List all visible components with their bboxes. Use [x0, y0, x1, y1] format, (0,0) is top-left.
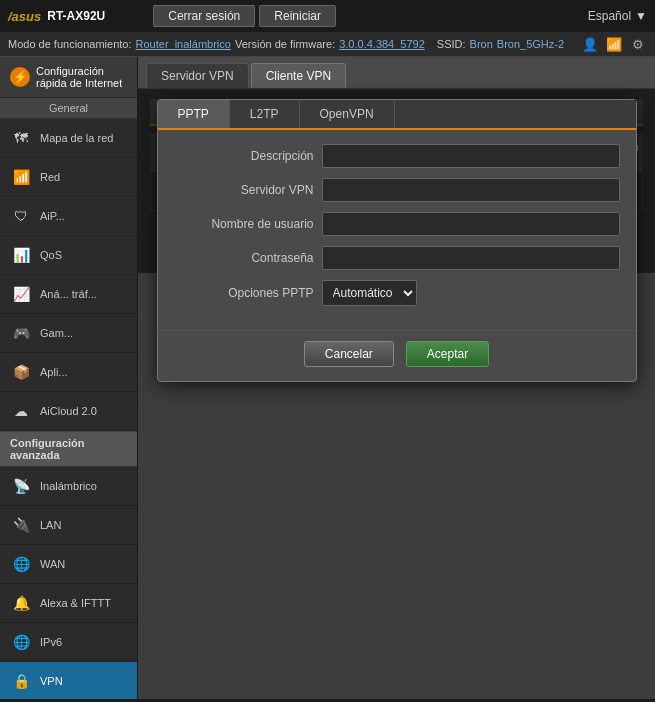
form-row-usuario: Nombre de usuario	[174, 212, 620, 236]
sidebar-item-alexa[interactable]: 🔔 Alexa & IFTTT	[0, 584, 137, 623]
sidebar-item-vpn-label: VPN	[40, 675, 63, 687]
sidebar-item-wan[interactable]: 🌐 WAN	[0, 545, 137, 584]
user-icon[interactable]: 👤	[581, 35, 599, 53]
logo-area: /asus RT-AX92U	[8, 9, 105, 24]
content-inner: VPN - Cliente VPN Estado dela conexión D…	[138, 89, 655, 273]
sidebar-item-ipv6-label: IPv6	[40, 636, 62, 648]
sidebar-item-qos-label: QoS	[40, 249, 62, 261]
sidebar-item-aicloud[interactable]: ☁ AiCloud 2.0	[0, 392, 137, 431]
select-pptp-options[interactable]: Automático Manual	[322, 280, 417, 306]
firmware-label: Versión de firmware:	[235, 38, 335, 50]
sidebar-item-aplicaciones[interactable]: 📦 Apli...	[0, 353, 137, 392]
form-row-descripcion: Descripción	[174, 144, 620, 168]
vpn-tab-bar: Servidor VPN Cliente VPN	[138, 57, 655, 89]
dialog-tab-l2tp[interactable]: L2TP	[230, 100, 300, 128]
sidebar-item-ipv6[interactable]: 🌐 IPv6	[0, 623, 137, 662]
sidebar-item-red[interactable]: 📶 Red	[0, 158, 137, 197]
input-servidor-vpn[interactable]	[322, 178, 620, 202]
info-bar: Modo de funcionamiento: Router_inalámbri…	[0, 32, 655, 57]
tab-cliente-vpn[interactable]: Cliente VPN	[251, 63, 346, 88]
vpn-icon: 🔒	[10, 670, 32, 692]
sidebar-item-red-label: Red	[40, 171, 60, 183]
chevron-down-icon: ▼	[635, 9, 647, 23]
top-bar: /asus RT-AX92U Cerrar sesión Reiniciar E…	[0, 0, 655, 32]
alexa-icon: 🔔	[10, 592, 32, 614]
dialog-body: Descripción Servidor VPN Nombre de usuar…	[158, 130, 636, 330]
restart-button[interactable]: Reiniciar	[259, 5, 336, 27]
dialog-tab-bar: PPTP L2TP OpenVPN	[158, 100, 636, 130]
form-row-contrasena: Contraseña	[174, 246, 620, 270]
vpn-profile-dialog: PPTP L2TP OpenVPN Descripción Servidor V…	[157, 99, 637, 382]
input-contrasena[interactable]	[322, 246, 620, 270]
sidebar-item-vpn[interactable]: 🔒 VPN	[0, 662, 137, 699]
quick-setup-icon: ⚡	[10, 67, 30, 87]
wan-icon: 🌐	[10, 553, 32, 575]
sidebar-item-ana-label: Aná... tráf...	[40, 288, 97, 300]
accept-button[interactable]: Aceptar	[406, 341, 489, 367]
top-bar-buttons: Cerrar sesión Reiniciar	[153, 5, 336, 27]
label-servidor-vpn: Servidor VPN	[174, 183, 314, 197]
sidebar-item-gaming-label: Gam...	[40, 327, 73, 339]
gaming-icon: 🎮	[10, 322, 32, 344]
form-row-servidor: Servidor VPN	[174, 178, 620, 202]
label-pptp-options: Opciones PPTP	[174, 286, 314, 300]
settings-icon[interactable]: ⚙	[629, 35, 647, 53]
shield-icon: 🛡	[10, 205, 32, 227]
content-area: Servidor VPN Cliente VPN VPN - Cliente V…	[138, 57, 655, 699]
language-select-area: Español ▼	[588, 9, 647, 23]
ssid-val1: Bron	[470, 38, 493, 50]
firmware-value[interactable]: 3.0.0.4.384_5792	[339, 38, 425, 50]
qos-icon: 📊	[10, 244, 32, 266]
mode-value[interactable]: Router_inalámbrico	[136, 38, 231, 50]
dialog-footer: Cancelar Aceptar	[158, 330, 636, 381]
network-icon[interactable]: 📶	[605, 35, 623, 53]
lan-icon: 🔌	[10, 514, 32, 536]
input-nombre-usuario[interactable]	[322, 212, 620, 236]
advanced-section-label: Configuración avanzada	[0, 431, 137, 467]
dialog-overlay: PPTP L2TP OpenVPN Descripción Servidor V…	[138, 89, 655, 273]
apps-icon: 📦	[10, 361, 32, 383]
logo-asus: /asus	[8, 9, 41, 24]
sidebar-item-lan-label: LAN	[40, 519, 61, 531]
tab-servidor-vpn[interactable]: Servidor VPN	[146, 63, 249, 88]
sidebar-item-aicloud-label: AiCloud 2.0	[40, 405, 97, 417]
input-descripcion[interactable]	[322, 144, 620, 168]
sidebar: ⚡ Configuraciónrápida de Internet Genera…	[0, 57, 138, 699]
logo-model: RT-AX92U	[47, 9, 105, 23]
ipv6-icon: 🌐	[10, 631, 32, 653]
sidebar-item-lan[interactable]: 🔌 LAN	[0, 506, 137, 545]
wireless-icon: 📡	[10, 475, 32, 497]
main-layout: ⚡ Configuraciónrápida de Internet Genera…	[0, 57, 655, 699]
analyzer-icon: 📈	[10, 283, 32, 305]
sidebar-item-alexa-label: Alexa & IFTTT	[40, 597, 111, 609]
sidebar-item-mapa-red[interactable]: 🗺 Mapa de la red	[0, 119, 137, 158]
sidebar-item-inalambrico-label: Inalámbrico	[40, 480, 97, 492]
dialog-tab-openvpn[interactable]: OpenVPN	[300, 100, 395, 128]
label-nombre-usuario: Nombre de usuario	[174, 217, 314, 231]
dialog-tab-pptp[interactable]: PPTP	[158, 100, 230, 128]
network-icon: 📶	[10, 166, 32, 188]
sidebar-item-qos[interactable]: 📊 QoS	[0, 236, 137, 275]
sidebar-item-wan-label: WAN	[40, 558, 65, 570]
quick-setup-label: Configuraciónrápida de Internet	[36, 65, 122, 89]
sidebar-item-analizador[interactable]: 📈 Aná... tráf...	[0, 275, 137, 314]
map-icon: 🗺	[10, 127, 32, 149]
label-contrasena: Contraseña	[174, 251, 314, 265]
form-row-pptp-options: Opciones PPTP Automático Manual	[174, 280, 620, 306]
sidebar-item-aip-label: AiP...	[40, 210, 65, 222]
info-icons: 👤 📶 ⚙	[581, 35, 647, 53]
sidebar-quick-setup[interactable]: ⚡ Configuraciónrápida de Internet	[0, 57, 137, 98]
ssid-label: SSID:	[437, 38, 466, 50]
sidebar-item-mapa-red-label: Mapa de la red	[40, 132, 113, 144]
sidebar-item-apps-label: Apli...	[40, 366, 68, 378]
label-descripcion: Descripción	[174, 149, 314, 163]
mode-label: Modo de funcionamiento:	[8, 38, 132, 50]
ssid-val2: Bron_5GHz-2	[497, 38, 564, 50]
logout-button[interactable]: Cerrar sesión	[153, 5, 255, 27]
general-section-label: General	[0, 98, 137, 119]
cloud-icon: ☁	[10, 400, 32, 422]
cancel-button[interactable]: Cancelar	[304, 341, 394, 367]
sidebar-item-aiprotection[interactable]: 🛡 AiP...	[0, 197, 137, 236]
sidebar-item-inalambrico[interactable]: 📡 Inalámbrico	[0, 467, 137, 506]
sidebar-item-gaming[interactable]: 🎮 Gam...	[0, 314, 137, 353]
